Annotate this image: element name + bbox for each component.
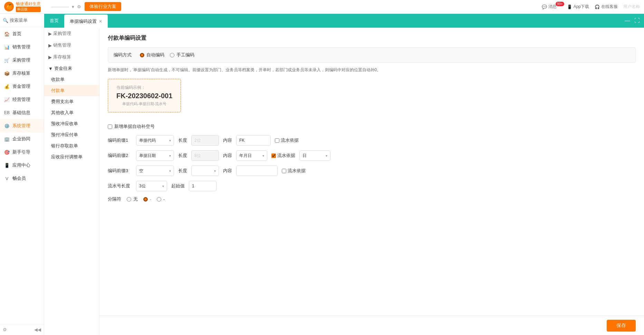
prefix1-length-label: 长度 (178, 137, 187, 143)
sales-icon: 📊 (4, 44, 10, 50)
online-service-btn[interactable]: 🎧 在线客服 (595, 4, 618, 10)
top-bar-right: 💬 消息 99+ 📱 App下载 🎧 在线客服 用户名称 (542, 4, 640, 10)
prefix1-content-input[interactable]: FK (236, 135, 271, 146)
prefix3-select[interactable]: 空 ▾ (136, 166, 174, 176)
submenu-purchase-arrow: ▶ (48, 31, 52, 36)
submenu-item-prepay-receive[interactable]: 预收冲应收单 (44, 118, 99, 129)
sep-dot-label[interactable]: · (143, 197, 151, 202)
sidebar-item-inventory[interactable]: 📦 库存核算 (0, 67, 44, 80)
settings-gear-icon[interactable]: ⚙ (3, 327, 7, 332)
prefix1-stream-label[interactable]: 流水依据 (275, 137, 299, 143)
prefix3-content-label: 内容 (223, 168, 232, 174)
sep-none-radio[interactable] (127, 197, 131, 202)
settings-icon[interactable]: ⚙ (77, 4, 81, 9)
submenu-purchase: ▶ 采购管理 (44, 28, 99, 39)
prefix1-select[interactable]: 单据代码 ▾ (136, 135, 174, 146)
sidebar-item-label: 销售管理 (12, 44, 30, 50)
prefix2-select[interactable]: 单据日期 ▾ (136, 150, 174, 161)
save-button[interactable]: 保存 (607, 320, 636, 332)
prefix2-stream-checkbox[interactable] (271, 153, 276, 158)
sidebar-item-operations[interactable]: 📈 经营管理 (0, 93, 44, 106)
submenu-purchase-header[interactable]: ▶ 采购管理 (44, 28, 99, 39)
prefix3-stream-label[interactable]: 流水依据 (282, 168, 306, 174)
manual-encoding-label[interactable]: 手工编码 (170, 52, 194, 58)
submenu-item-payment[interactable]: 付款单 (44, 85, 99, 96)
prefix1-stream-checkbox[interactable] (275, 138, 279, 143)
sidebar-item-sales[interactable]: 📊 销售管理 (0, 40, 44, 54)
collapse-icon[interactable]: ◀◀ (34, 327, 41, 332)
sidebar-item-system[interactable]: ⚙️ 系统管理 (0, 119, 44, 132)
auto-fill-checkbox[interactable] (108, 124, 112, 129)
message-btn[interactable]: 💬 消息 99+ (542, 4, 561, 10)
prefix3-content-input[interactable] (236, 166, 278, 176)
serial-length-select[interactable]: 3位 ▾ (136, 181, 167, 191)
user-avatar[interactable]: 用户名称 (623, 4, 640, 10)
tab-close-icon[interactable]: ✕ (99, 19, 102, 24)
auto-encoding-radio[interactable] (140, 53, 144, 57)
submenu-item-expense[interactable]: 费用支出单 (44, 96, 99, 107)
prefix2-content-select[interactable]: 年月日 ▾ (236, 150, 267, 161)
prefix2-stream-text: 流水依据 (277, 152, 295, 159)
prefix3-length-select[interactable]: ▾ (191, 166, 219, 176)
apps-icon: 📱 (4, 162, 10, 168)
sidebar-item-label: 采购管理 (12, 57, 30, 63)
logo-text-block: 畅捷通好生意 标品版 (16, 1, 41, 12)
submenu-inventory: ▶ 库存核算 (44, 51, 99, 63)
inventory-icon: 📦 (4, 71, 10, 76)
serial-start-input[interactable]: 1 (189, 181, 217, 191)
sep-dash-radio[interactable] (157, 197, 161, 202)
sep-none-label[interactable]: 无 (127, 196, 138, 202)
submenu-capital-header[interactable]: ▼ 资金往来 (44, 63, 99, 74)
app-download-btn[interactable]: 📱 App下载 (567, 4, 589, 10)
experience-btn[interactable]: 体验行业方案 (85, 2, 121, 11)
sidebar-item-guide[interactable]: 🎯 新手引导 (0, 146, 44, 159)
prefix1-chevron: ▾ (169, 139, 171, 142)
info-text: 新增单据时，'单据编码'自动生成，不可编辑。前缀设置为部门、业务员等档案类，开单… (108, 67, 636, 73)
prefix3-stream-checkbox[interactable] (282, 169, 286, 173)
left-sidebar: 🔍 搜索菜单 🏠 首页 📊 销售管理 🛒 采购管理 📦 库存核算 💰 (0, 14, 44, 335)
sidebar-item-basics[interactable]: EB 基础信息 (0, 106, 44, 119)
submenu-sales-header[interactable]: ▶ 销售管理 (44, 39, 99, 51)
submenu-item-receipt[interactable]: 收款单 (44, 74, 99, 85)
encoding-method-section: 编码方式 自动编码 手工编码 (108, 47, 636, 63)
purchase-icon: 🛒 (4, 57, 10, 63)
sidebar-item-purchase[interactable]: 🛒 采购管理 (0, 54, 44, 67)
tab-maximize-btn[interactable]: ⛶ (633, 16, 641, 25)
prefix3-length-chevron: ▾ (214, 169, 216, 173)
prefix2-content-value: 年月日 (239, 153, 252, 159)
nav-dropdown-arrow[interactable]: ▾ (72, 4, 74, 9)
sep-dash-label[interactable]: - (157, 197, 165, 202)
separator-label: 分隔符 (108, 196, 121, 202)
sidebar-search[interactable]: 🔍 搜索菜单 (0, 14, 44, 27)
submenu-item-prepay-pay[interactable]: 预付冲应付单 (44, 129, 99, 140)
submenu-item-bank-deposit[interactable]: 银行存取款单 (44, 140, 99, 151)
member-icon: V (4, 176, 10, 181)
submenu-item-ap-adjust[interactable]: 应收应付调整单 (44, 151, 99, 162)
sidebar-item-member[interactable]: V 畅会员 (0, 172, 44, 185)
sidebar-item-apps[interactable]: 📱 应用中心 (0, 159, 44, 172)
sidebar-item-enterprise[interactable]: 🏢 企业协同 (0, 132, 44, 146)
sidebar-item-home[interactable]: 🏠 首页 (0, 27, 44, 40)
sidebar-item-label: 基础信息 (12, 110, 30, 116)
tab-minimize-btn[interactable]: — (623, 16, 632, 25)
prefix2-stream-label[interactable]: 流水依据 (271, 152, 295, 159)
sidebar-item-finance[interactable]: 💰 资金管理 (0, 80, 44, 93)
prefix2-period-chevron: ▾ (326, 154, 327, 158)
tab-home[interactable]: 首页 (44, 14, 64, 28)
auto-encoding-label[interactable]: 自动编码 (140, 52, 164, 58)
prefix2-period-select[interactable]: 日 ▾ (299, 150, 330, 161)
sidebar-nav: 🏠 首页 📊 销售管理 🛒 采购管理 📦 库存核算 💰 资金管理 📈 经 (0, 27, 44, 324)
prefix1-label: 编码前缀1 (108, 137, 132, 143)
submenu-inventory-header[interactable]: ▶ 库存核算 (44, 51, 99, 63)
prefix3-row: 编码前缀3 空 ▾ 长度 ▾ 内容 (108, 166, 636, 176)
tab-encoding[interactable]: 单据编码设置 ✕ (64, 15, 108, 28)
message-icon: 💬 (542, 4, 547, 9)
prefix2-content-label: 内容 (223, 152, 232, 159)
top-bar-nav: ———— ▾ ⚙ (51, 4, 81, 9)
manual-encoding-radio[interactable] (170, 53, 174, 57)
sep-dot-radio[interactable] (143, 197, 148, 202)
prefix2-row: 编码前缀2 单据日期 ▾ 长度 8位 内容 年月日 ▾ (108, 150, 636, 161)
submenu-item-other-income[interactable]: 其他收入单 (44, 107, 99, 118)
sidebar-item-label: 企业协同 (12, 136, 30, 142)
prefix2-length-value: 8位 (194, 153, 201, 159)
